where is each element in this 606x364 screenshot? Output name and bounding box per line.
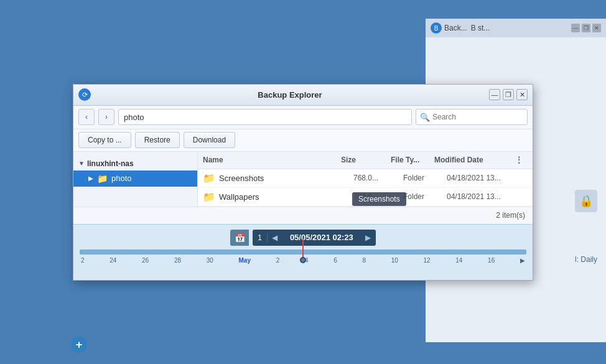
- prev-version-button[interactable]: ◀: [268, 230, 282, 246]
- bg-panel-title: Back...: [444, 24, 467, 32]
- search-box[interactable]: 🔍: [416, 109, 528, 125]
- ruler-label: 14: [455, 257, 462, 264]
- timeline-cursor: [302, 238, 304, 261]
- sidebar-item-photo[interactable]: ▶ 📁 photo: [73, 170, 197, 187]
- nas-name: linuxhint-nas: [87, 159, 134, 168]
- window-controls: — ❐ ✕: [489, 89, 528, 100]
- folder-icon: 📁: [203, 172, 215, 184]
- file-list: Name Size File Ty... Modified Date ⋮ 📁 S…: [198, 152, 533, 207]
- bg-close-btn[interactable]: ✕: [592, 24, 601, 32]
- calendar-button[interactable]: 📅: [230, 230, 249, 246]
- folder-icon: 📁: [203, 191, 215, 203]
- file-name-col: 📁 Wallpapers: [203, 191, 353, 203]
- bg-panel-subtitle: B st...: [471, 24, 490, 32]
- status-bar: 2 item(s): [73, 207, 533, 224]
- nas-arrow: ▼: [78, 160, 85, 167]
- col-more-header[interactable]: ⋮: [515, 156, 528, 164]
- ruler-label: 26: [142, 257, 149, 264]
- app-icon: ⟳: [78, 88, 91, 101]
- file-name: Screenshots: [219, 174, 264, 183]
- sidebar: ▼ linuxhint-nas ▶ 📁 photo: [73, 152, 198, 207]
- bg-minimize-btn[interactable]: —: [571, 24, 580, 32]
- timeline-nav: 1 ◀ 05/05/2021 02:23 ▶: [253, 230, 376, 246]
- file-size: 768.0...: [353, 174, 403, 182]
- lock-icon: 🔒: [575, 190, 597, 212]
- file-name: Wallpapers: [219, 192, 259, 202]
- ruler-label: May: [239, 257, 251, 264]
- close-button[interactable]: ✕: [516, 89, 528, 100]
- ruler-label: 24: [110, 257, 116, 264]
- search-icon: 🔍: [420, 113, 430, 122]
- action-bar: Copy to ... Restore Download: [73, 129, 533, 152]
- col-name-header: Name: [203, 156, 341, 164]
- bg-panel-titlebar: B Back... B st... — ❐ ✕: [426, 19, 606, 37]
- bg-restore-btn[interactable]: ❐: [582, 24, 590, 32]
- ruler-label: 12: [423, 257, 430, 264]
- minimize-button[interactable]: —: [489, 89, 500, 100]
- dialog-title: Backup Explorer: [95, 90, 485, 100]
- titlebar: ⟳ Backup Explorer — ❐ ✕: [73, 85, 533, 106]
- table-row[interactable]: 📁 Wallpapers 794.0... Folder 04/18/2021 …: [198, 188, 533, 207]
- search-input[interactable]: [432, 113, 523, 121]
- ruler-label: 28: [174, 257, 181, 264]
- copy-to-button[interactable]: Copy to ...: [78, 132, 131, 148]
- timeline: 📅 1 ◀ 05/05/2021 02:23 ▶ 2 24 26: [73, 224, 533, 280]
- ruler-label: ▶: [520, 257, 525, 264]
- ruler-label: 6: [333, 257, 337, 264]
- nas-label: ▼ linuxhint-nas: [73, 157, 197, 170]
- table-row[interactable]: 📁 Screenshots 768.0... Folder 04/18/2021…: [198, 169, 533, 188]
- timeline-date: 05/05/2021 02:23: [282, 233, 361, 242]
- photo-folder-icon: 📁: [97, 174, 108, 184]
- back-button[interactable]: ‹: [78, 109, 95, 125]
- main-content: ▼ linuxhint-nas ▶ 📁 photo Name Size File…: [73, 152, 533, 207]
- file-list-header: Name Size File Ty... Modified Date ⋮: [198, 152, 533, 169]
- file-modified: 04/18/2021 13...: [447, 192, 528, 201]
- col-modified-header: Modified Date: [434, 156, 515, 164]
- download-button[interactable]: Download: [184, 132, 235, 148]
- ruler-label: 8: [362, 257, 366, 264]
- daily-label: l: Daily: [575, 255, 597, 264]
- file-name-col: 📁 Screenshots: [203, 172, 353, 184]
- path-input[interactable]: [118, 109, 412, 125]
- bg-panel-icon: B: [431, 22, 442, 34]
- col-filetype-header: File Ty...: [391, 156, 434, 164]
- restore-button[interactable]: ❐: [503, 89, 514, 100]
- forward-button[interactable]: ›: [98, 109, 114, 125]
- item-count: 2 item(s): [496, 211, 525, 220]
- photo-arrow: ▶: [88, 175, 93, 182]
- ruler-label: 30: [207, 257, 213, 264]
- add-button[interactable]: +: [71, 337, 87, 353]
- ruler-label: 2: [81, 257, 85, 264]
- file-type: Folder: [403, 174, 447, 182]
- bg-win-buttons: — ❐ ✕: [571, 24, 601, 32]
- navigation-toolbar: ‹ › 🔍: [73, 106, 533, 129]
- ruler-label: 16: [488, 257, 495, 264]
- backup-explorer-dialog: ⟳ Backup Explorer — ❐ ✕ ‹ › 🔍 Copy to ..…: [73, 84, 533, 281]
- ruler-label: 2: [276, 257, 280, 264]
- col-size-header: Size: [341, 156, 391, 164]
- ruler-label: 10: [391, 257, 398, 264]
- cursor-dot: [300, 257, 306, 263]
- file-size: 794.0...: [353, 192, 403, 201]
- file-type: Folder: [403, 192, 447, 201]
- restore-button[interactable]: Restore: [135, 132, 180, 148]
- next-version-button[interactable]: ▶: [361, 230, 376, 246]
- photo-label: photo: [111, 174, 132, 183]
- file-modified: 04/18/2021 13...: [447, 174, 528, 182]
- version-number: 1: [253, 233, 268, 242]
